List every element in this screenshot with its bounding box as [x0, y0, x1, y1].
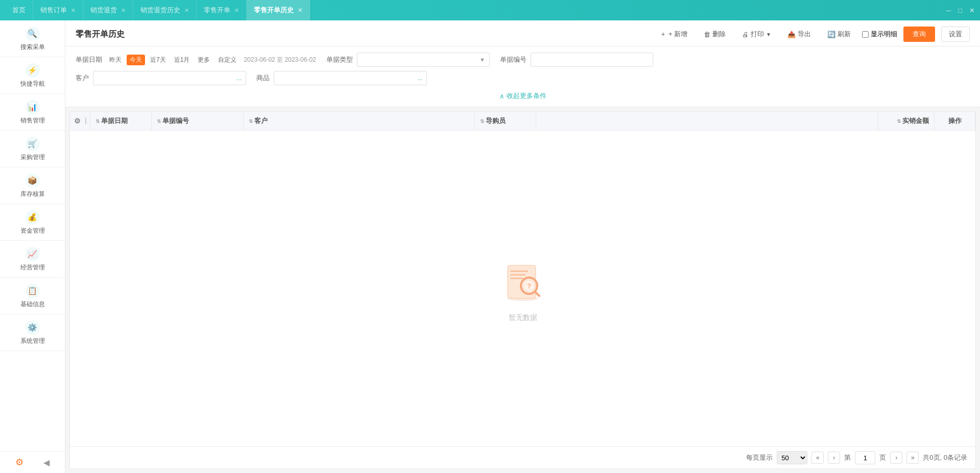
page-total: 共0页, 0条记录	[923, 453, 967, 462]
goods-ellipsis-icon[interactable]: ...	[417, 74, 422, 82]
sales-mgmt-icon: 📊	[26, 100, 40, 114]
sidebar-item-basic-info[interactable]: 📋 基础信息	[0, 278, 65, 314]
collapse-up-icon: ∧	[499, 92, 505, 100]
select-all-checkbox[interactable]	[85, 117, 86, 125]
tab-home[interactable]: 首页	[5, 0, 33, 20]
export-icon: 📤	[787, 31, 796, 38]
sidebar-item-sales-mgmt[interactable]: 📊 销售管理	[0, 94, 65, 131]
setting-button[interactable]: 设置	[941, 27, 970, 42]
th-amount[interactable]: ⇅ 实销金额	[878, 112, 935, 130]
sidebar-item-quick-nav[interactable]: ⚡ 快捷导航	[0, 57, 65, 94]
svg-rect-4	[510, 278, 523, 279]
sys-mgmt-icon: ⚙️	[26, 320, 40, 335]
sidebar-item-operations[interactable]: 📈 经营管理	[0, 241, 65, 278]
close-icon[interactable]: ✕	[234, 7, 239, 14]
collapse-row[interactable]: ∧ 收起更多条件	[76, 89, 970, 101]
filter-date: 单据日期 昨天 今天 近7天 近1月 更多 自定义 2023-06-02 至 2…	[76, 55, 316, 65]
th-guide[interactable]: ⇅ 导购员	[475, 112, 536, 130]
sidebar: 🔍 搜索采单 ⚡ 快捷导航 📊 销售管理 🛒 采购管理 📦 库存核算 💰 资金管…	[0, 20, 65, 473]
empty-text: 暂无数据	[509, 313, 537, 322]
tab-retail-open[interactable]: 零售开单 ✕	[197, 0, 247, 20]
date-btn-more[interactable]: 更多	[195, 55, 213, 65]
tab-sales-return-history[interactable]: 销货退货历史 ✕	[133, 0, 197, 20]
query-button[interactable]: 查询	[903, 27, 935, 42]
search-purchase-icon: 🔍	[26, 27, 40, 41]
th-op: 操作	[935, 112, 975, 130]
svg-rect-3	[510, 274, 525, 276]
show-detail-checkbox[interactable]	[862, 31, 869, 38]
customer-ellipsis-icon[interactable]: ...	[236, 74, 242, 82]
doc-type-arrow-icon: ▼	[480, 57, 485, 63]
date-btn-7days[interactable]: 近7天	[147, 55, 169, 65]
tab-retail-open-history[interactable]: 零售开单历史 ✕	[247, 0, 310, 20]
goods-label: 商品	[256, 73, 270, 83]
table-body: ? 暂无数据	[70, 131, 975, 446]
filter-doc-no: 单据编号	[500, 53, 653, 67]
sidebar-collapse-button[interactable]: ◀	[43, 458, 50, 467]
close-icon[interactable]: ✕	[184, 7, 189, 14]
filter-row-1: 单据日期 昨天 今天 近7天 近1月 更多 自定义 2023-06-02 至 2…	[76, 53, 970, 67]
purchase-mgmt-icon: 🛒	[26, 137, 40, 151]
sidebar-item-finance[interactable]: 💰 资金管理	[0, 204, 65, 241]
doc-no-input-wrap	[531, 53, 653, 67]
close-icon[interactable]: ✕	[298, 7, 302, 14]
doc-type-label: 单据类型	[326, 55, 353, 64]
add-button[interactable]: ＋ + 新增	[655, 27, 692, 41]
print-button[interactable]: 🖨 打印 ▼	[737, 27, 776, 41]
date-btn-today[interactable]: 今天	[127, 55, 145, 65]
page-input[interactable]	[855, 451, 875, 464]
sidebar-item-purchase-mgmt[interactable]: 🛒 采购管理	[0, 131, 65, 167]
main-layout: 🔍 搜索采单 ⚡ 快捷导航 📊 销售管理 🛒 采购管理 📦 库存核算 💰 资金管…	[0, 20, 980, 473]
goods-input[interactable]	[278, 74, 417, 82]
close-icon[interactable]: ✕	[121, 7, 126, 14]
tab-sales-return[interactable]: 销货退货 ✕	[83, 0, 133, 20]
last-page-button[interactable]: »	[906, 452, 919, 464]
th-no[interactable]: ⇅ 单据编号	[152, 112, 244, 130]
window-close-button[interactable]: ✕	[969, 7, 975, 14]
delete-button[interactable]: 🗑 删除	[699, 27, 731, 41]
close-icon[interactable]: ✕	[71, 7, 76, 14]
header-actions: ＋ + 新增 🗑 删除 🖨 打印 ▼ 📤 导出 🔄	[655, 27, 970, 42]
show-detail-checkbox-wrap[interactable]: 显示明细	[862, 30, 897, 39]
empty-illustration: ?	[497, 255, 548, 306]
sidebar-bottom: ⚙ ◀	[0, 451, 65, 473]
empty-state: ? 暂无数据	[497, 255, 548, 322]
tab-sales-order[interactable]: 销售订单 ✕	[33, 0, 83, 20]
filter-doc-type: 单据类型 ▼	[326, 53, 490, 67]
filter-goods: 商品 ...	[256, 71, 427, 85]
date-btn-1month[interactable]: 近1月	[171, 55, 193, 65]
doc-no-input[interactable]	[535, 56, 648, 64]
th-middle	[536, 112, 878, 130]
customer-input[interactable]	[98, 74, 236, 82]
pagination: 每页显示 50 100 200 « ‹ 第 页 › » 共0页, 0条记录	[70, 446, 975, 468]
date-btn-custom[interactable]: 自定义	[215, 55, 240, 65]
delete-icon: 🗑	[704, 31, 710, 38]
page-header: 零售开单历史 ＋ + 新增 🗑 删除 🖨 打印 ▼ 📤 导出	[65, 20, 980, 46]
export-button[interactable]: 📤 导出	[782, 27, 816, 41]
page-title: 零售开单历史	[76, 29, 125, 40]
sidebar-item-inventory[interactable]: 📦 库存核算	[0, 167, 65, 204]
sort-icon: ⇅	[157, 118, 161, 124]
sidebar-item-search-purchase[interactable]: 🔍 搜索采单	[0, 20, 65, 57]
finance-icon: 💰	[26, 210, 40, 225]
per-page-select[interactable]: 50 100 200	[777, 451, 807, 464]
first-page-button[interactable]: «	[811, 452, 824, 464]
svg-rect-2	[510, 270, 528, 272]
date-btn-yesterday[interactable]: 昨天	[106, 55, 125, 65]
th-customer[interactable]: ⇅ 客户	[244, 112, 475, 130]
minimize-button[interactable]: ─	[946, 7, 951, 14]
page-unit: 页	[879, 453, 886, 462]
sidebar-item-sys-mgmt[interactable]: ⚙️ 系统管理	[0, 314, 65, 351]
refresh-button[interactable]: 🔄 刷新	[822, 27, 856, 41]
date-range-display: 2023-06-02 至 2023-06-02	[244, 56, 316, 64]
table-header: ⚙ ⇅ 单据日期 ⇅ 单据编号 ⇅ 客户 ⇅ 导购员	[70, 112, 975, 131]
prev-page-button[interactable]: ‹	[828, 452, 840, 464]
next-page-button[interactable]: ›	[890, 452, 902, 464]
maximize-button[interactable]: □	[958, 7, 962, 14]
settings-col-button[interactable]: ⚙	[74, 117, 81, 125]
sort-icon: ⇅	[480, 118, 484, 124]
sidebar-settings-button[interactable]: ⚙	[15, 457, 23, 468]
window-controls: ─ □ ✕	[946, 7, 975, 14]
doc-type-select[interactable]: ▼	[357, 53, 490, 67]
th-date[interactable]: ⇅ 单据日期	[90, 112, 152, 130]
